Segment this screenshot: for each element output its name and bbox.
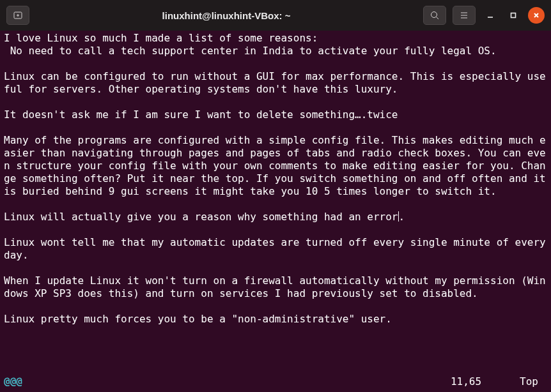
- terminal-line: [4, 96, 547, 109]
- terminal-line: I love Linux so much I made a list of so…: [4, 32, 547, 45]
- scroll-position: Top: [520, 375, 538, 388]
- close-button[interactable]: [528, 7, 545, 24]
- terminal-line: [4, 262, 547, 275]
- maximize-icon: [509, 11, 517, 19]
- terminal-window: linuxhint@linuxhint-VBox: ~ I love Linux…: [0, 0, 551, 392]
- terminal-line: Many of the programs are configured with…: [4, 134, 547, 198]
- svg-rect-2: [511, 13, 516, 18]
- terminal-line: [4, 57, 547, 70]
- terminal-line: [4, 223, 547, 236]
- svg-point-1: [431, 12, 437, 18]
- window-title: linuxhint@linuxhint-VBox: ~: [35, 10, 418, 21]
- terminal-line: It doesn't ask me if I am sure I want to…: [4, 109, 547, 121]
- terminal-line: Linux will actually give you a reason wh…: [4, 211, 547, 223]
- terminal-line: [4, 121, 547, 134]
- cursor-position: 11,65: [451, 375, 481, 388]
- text-cursor: [398, 211, 399, 222]
- menu-button[interactable]: [453, 6, 476, 25]
- minimize-button[interactable]: [482, 7, 499, 24]
- terminal-line: When I update Linux it won't turn on a f…: [4, 275, 547, 300]
- close-icon: [533, 12, 539, 19]
- terminal-line: Linux wont tell me that my automatic upd…: [4, 236, 547, 262]
- status-bar: @@@ 11,65 Top: [4, 375, 547, 388]
- terminal-line: Linux pretty much forces you to be a "no…: [4, 313, 547, 326]
- terminal-line: [4, 198, 547, 211]
- search-icon: [430, 10, 440, 20]
- search-button[interactable]: [423, 6, 446, 25]
- terminal-line: No need to call a tech support center in…: [4, 45, 547, 57]
- terminal-content[interactable]: I love Linux so much I made a list of so…: [0, 31, 551, 392]
- minimize-icon: [486, 11, 494, 19]
- status-indicator: @@@: [4, 375, 22, 388]
- hamburger-icon: [459, 10, 469, 20]
- titlebar: linuxhint@linuxhint-VBox: ~: [0, 0, 551, 31]
- terminal-line: Linux can be configured to run without a…: [4, 70, 547, 96]
- maximize-button[interactable]: [505, 7, 522, 24]
- new-tab-button[interactable]: [6, 6, 29, 25]
- new-tab-icon: [13, 10, 23, 20]
- terminal-line: [4, 300, 547, 313]
